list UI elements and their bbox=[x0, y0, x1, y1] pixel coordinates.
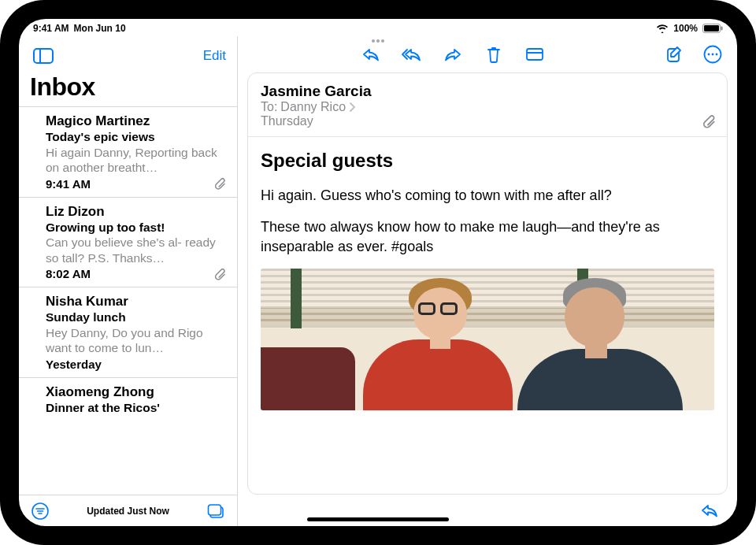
list-item-preview: Hey Danny, Do you and Rigo want to come … bbox=[46, 325, 226, 356]
reply-all-button[interactable] bbox=[398, 43, 425, 66]
svg-rect-10 bbox=[208, 505, 220, 515]
multitask-handle[interactable] bbox=[364, 39, 392, 43]
list-item-time: 9:41 AM bbox=[46, 177, 91, 191]
wifi-icon bbox=[656, 24, 669, 33]
mailbox-title: Inbox bbox=[19, 71, 237, 106]
svg-rect-3 bbox=[34, 49, 53, 63]
message-list[interactable]: Magico Martinez Today's epic views Hi ag… bbox=[19, 106, 237, 495]
status-bar: 9:41 AM Mon Jun 10 100% bbox=[19, 19, 737, 36]
archive-button[interactable] bbox=[521, 43, 548, 66]
paperclip-icon bbox=[215, 268, 226, 280]
quick-reply-button[interactable] bbox=[696, 499, 723, 522]
list-item-from: Magico Martinez bbox=[46, 113, 226, 129]
list-item-subject: Growing up too fast! bbox=[46, 220, 226, 235]
svg-point-15 bbox=[708, 54, 710, 56]
to-label: To: bbox=[261, 100, 277, 114]
svg-rect-1 bbox=[704, 25, 719, 32]
ipad-frame: 9:41 AM Mon Jun 10 100% bbox=[0, 0, 756, 545]
screen: 9:41 AM Mon Jun 10 100% bbox=[19, 19, 737, 526]
message-body[interactable]: Special guests Hi again. Guess who's com… bbox=[248, 137, 727, 494]
message-date: Thursday bbox=[261, 114, 714, 128]
list-item-subject: Sunday lunch bbox=[46, 310, 226, 324]
edit-button[interactable]: Edit bbox=[203, 48, 226, 64]
forward-button[interactable] bbox=[439, 43, 466, 66]
sidebar-toggle-button[interactable] bbox=[30, 44, 57, 68]
list-item[interactable]: Nisha Kumar Sunday lunch Hey Danny, Do y… bbox=[19, 287, 237, 378]
reply-button[interactable] bbox=[358, 43, 384, 66]
more-button[interactable] bbox=[699, 43, 726, 66]
filter-button[interactable] bbox=[30, 499, 50, 523]
content-area: Edit Inbox Magico Martinez Today's epic … bbox=[19, 36, 737, 526]
svg-point-17 bbox=[716, 54, 718, 56]
list-item-subject: Dinner at the Ricos' bbox=[46, 400, 226, 415]
message-paragraph: These two always know how to make me lau… bbox=[261, 217, 714, 256]
sync-status: Updated Just Now bbox=[87, 506, 169, 517]
svg-rect-2 bbox=[721, 27, 723, 31]
trash-button[interactable] bbox=[480, 43, 507, 66]
message-to-row[interactable]: To: Danny Rico bbox=[261, 100, 714, 114]
list-item-time: 8:02 AM bbox=[46, 267, 91, 280]
status-date: Mon Jun 10 bbox=[74, 23, 126, 34]
message-paragraph: Hi again. Guess who's coming to town wit… bbox=[261, 186, 714, 205]
compose-button[interactable] bbox=[662, 43, 688, 66]
message-subject: Special guests bbox=[261, 150, 714, 172]
battery-icon bbox=[702, 24, 723, 33]
list-item-preview: Hi again Danny, Reporting back on anothe… bbox=[46, 145, 226, 176]
message-from: Jasmine Garcia bbox=[261, 83, 714, 100]
paperclip-icon bbox=[215, 177, 226, 190]
list-item[interactable]: Liz Dizon Growing up too fast! Can you b… bbox=[19, 198, 237, 288]
list-item-from: Liz Dizon bbox=[46, 204, 226, 220]
list-item-subject: Today's epic views bbox=[46, 129, 226, 144]
list-item-preview: Can you believe she's al- ready so tall?… bbox=[46, 235, 226, 265]
status-time: 9:41 AM bbox=[33, 23, 69, 34]
svg-point-16 bbox=[712, 54, 714, 56]
list-item[interactable]: Xiaomeng Zhong Dinner at the Ricos' bbox=[19, 378, 237, 422]
mailboxes-button[interactable] bbox=[206, 499, 226, 523]
paperclip-icon bbox=[703, 114, 716, 128]
toolbar bbox=[238, 36, 737, 72]
reading-pane: Jasmine Garcia To: Danny Rico Thursday bbox=[238, 36, 737, 526]
to-name: Danny Rico bbox=[280, 100, 346, 114]
message-attachment-image[interactable] bbox=[261, 269, 714, 410]
message-card: Jasmine Garcia To: Danny Rico Thursday bbox=[247, 72, 728, 495]
chevron-right-icon bbox=[349, 102, 355, 112]
message-header[interactable]: Jasmine Garcia To: Danny Rico Thursday bbox=[248, 73, 727, 137]
svg-rect-11 bbox=[527, 49, 543, 60]
list-item-time: Yesterday bbox=[46, 358, 102, 371]
sidebar: Edit Inbox Magico Martinez Today's epic … bbox=[19, 36, 238, 526]
list-item-from: Xiaomeng Zhong bbox=[46, 384, 226, 400]
home-indicator[interactable] bbox=[307, 517, 449, 521]
battery-pct: 100% bbox=[673, 23, 698, 34]
list-item-from: Nisha Kumar bbox=[46, 294, 226, 310]
list-item[interactable]: Magico Martinez Today's epic views Hi ag… bbox=[19, 107, 237, 198]
